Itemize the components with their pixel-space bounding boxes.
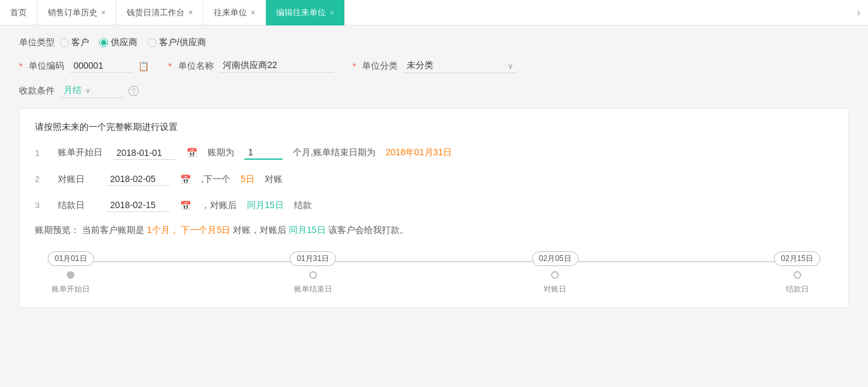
- radio-supplier[interactable]: 供应商: [99, 37, 137, 48]
- tab-sales-history[interactable]: 销售订单历史 ×: [38, 0, 116, 25]
- unit-type-label: 单位类型: [19, 37, 55, 48]
- tl-label-1: 账单结束日: [294, 284, 332, 295]
- tabs-bar: 首页 销售订单历史 × 钱货日清工作台 × 往来单位 × 编辑往来单位 × ›: [0, 0, 868, 25]
- setting-row-2: 2 对账日 📅 ,下一个 5日 对账: [35, 172, 833, 186]
- tl-label-2: 对账日: [543, 284, 566, 295]
- tl-badge-1: 01月31日: [290, 251, 336, 266]
- row1-suffix1: 账期为: [207, 147, 234, 158]
- tab-edit-partner[interactable]: 编辑往来单位 ×: [266, 0, 345, 25]
- payment-terms-row: 收款条件 月结 ∨ ?: [19, 83, 849, 98]
- row-num-1: 1: [35, 148, 48, 158]
- close-edit-partner[interactable]: ×: [330, 8, 334, 17]
- tl-label-3: 结款日: [786, 284, 809, 295]
- timeline-points: 01月01日 账单开始日 01月31日 账单结束日 02月05日 对账日 02月…: [48, 251, 820, 295]
- row3-suffix1: ，对账后: [201, 200, 237, 211]
- tl-badge-0: 01月01日: [48, 251, 94, 266]
- timeline-point-3: 02月15日 结款日: [774, 251, 820, 295]
- radio-inner-supplier: [101, 40, 106, 45]
- setting-row-3: 3 结款日 📅 ，对账后 同月15日 结款: [35, 199, 833, 212]
- unit-category-label: 单位分类: [362, 60, 398, 72]
- radio-circle-customer: [60, 38, 69, 47]
- setting-row-1: 1 账单开始日 📅 账期为 个月,账单结束日期为 2018年01月31日: [35, 146, 833, 160]
- unit-code-input[interactable]: [69, 59, 133, 73]
- tl-label-0: 账单开始日: [52, 284, 90, 295]
- payment-terms-label: 收款条件: [19, 85, 55, 97]
- copy-icon[interactable]: 📋: [138, 61, 149, 71]
- reconcile-date-input[interactable]: [106, 172, 170, 186]
- preview-period: 1个月，: [147, 225, 179, 235]
- unit-name-field: * 单位名称: [168, 59, 333, 73]
- tl-dot-2: [551, 271, 559, 279]
- radio-circle-supplier: [99, 38, 108, 47]
- row3-highlight2: 同月15日: [247, 200, 284, 211]
- row-label-2: 对账日: [58, 174, 96, 185]
- unit-type-radio-group: 客户 供应商 客户/供应商: [60, 37, 206, 48]
- preview-reconcile: 下一个月5日: [181, 225, 230, 235]
- tl-dot-3: [794, 271, 801, 279]
- row1-suffix2: 个月,账单结束日期为: [293, 147, 375, 158]
- row-label-3: 结款日: [58, 200, 96, 211]
- row-num-2: 2: [35, 174, 48, 184]
- preview-text: 账期预览： 当前客户账期是 1个月， 下一个月5日 对账，对账后 同月15日 该…: [35, 225, 833, 236]
- row2-highlight1: 5日: [241, 174, 255, 185]
- unit-category-chevron: ∨: [507, 60, 514, 71]
- preview-part-1: 当前客户账期是: [82, 225, 144, 235]
- row2-suffix2: 对账: [265, 174, 283, 185]
- close-partner-units[interactable]: ×: [251, 8, 255, 17]
- timeline-point-0: 01月01日 账单开始日: [48, 251, 94, 295]
- timeline-point-2: 02月05日 对账日: [532, 251, 578, 295]
- tabs-scroll-arrow[interactable]: ›: [850, 7, 868, 18]
- tl-dot-0: [67, 271, 74, 279]
- unit-name-label: 单位名称: [178, 60, 214, 72]
- row-num-3: 3: [35, 201, 48, 210]
- unit-type-row: 单位类型 客户 供应商 客户/供应商: [19, 37, 849, 48]
- unit-category-select[interactable]: 未分类 ∨: [403, 59, 517, 73]
- tl-badge-3: 02月15日: [774, 251, 820, 266]
- page-content: 单位类型 客户 供应商 客户/供应商: [0, 25, 868, 330]
- unit-type-field: 单位类型 客户 供应商 客户/供应商: [19, 37, 206, 48]
- section-instruction: 请按照未来的一个完整帐期进行设置: [35, 122, 833, 133]
- tab-partner-units[interactable]: 往来单位 ×: [204, 0, 266, 25]
- settings-section: 请按照未来的一个完整帐期进行设置 1 账单开始日 📅 账期为 个月,账单结束日期…: [19, 108, 849, 308]
- payment-date-input[interactable]: [106, 199, 170, 212]
- unit-category-required: *: [353, 61, 356, 71]
- unit-name-input[interactable]: [219, 59, 333, 73]
- unit-code-field: * 单位编码 📋: [19, 59, 149, 73]
- unit-code-label: 单位编码: [29, 60, 64, 72]
- payment-date-calendar-icon[interactable]: 📅: [180, 201, 191, 211]
- close-sales-history[interactable]: ×: [101, 8, 106, 17]
- row2-suffix1: ,下一个: [201, 174, 230, 185]
- unit-code-required: *: [19, 61, 22, 71]
- timeline-point-1: 01月31日 账单结束日: [290, 251, 336, 295]
- payment-terms-chevron: ∨: [85, 87, 90, 95]
- tab-home[interactable]: 首页: [0, 0, 38, 25]
- row-label-1: 账单开始日: [58, 147, 102, 158]
- payment-terms-field: 收款条件 月结 ∨ ?: [19, 83, 139, 98]
- payment-terms-value: 月结: [64, 85, 81, 96]
- period-input[interactable]: [244, 146, 283, 160]
- preview-label: 账期预览：: [35, 225, 80, 235]
- end-date-highlight: 2018年01月31日: [386, 147, 452, 158]
- radio-both[interactable]: 客户/供应商: [148, 37, 206, 48]
- start-date-calendar-icon[interactable]: 📅: [186, 148, 197, 158]
- unit-category-value: 未分类: [407, 60, 505, 71]
- unit-category-field: * 单位分类 未分类 ∨: [353, 59, 517, 73]
- payment-terms-select[interactable]: 月结 ∨: [60, 83, 123, 98]
- tl-dot-1: [309, 271, 317, 279]
- preview-part-3: 对账，对账后: [233, 225, 286, 235]
- close-cash-ledger[interactable]: ×: [188, 8, 193, 17]
- tab-cash-ledger[interactable]: 钱货日清工作台 ×: [116, 0, 204, 25]
- row3-suffix2: 结款: [294, 200, 312, 211]
- unit-name-required: *: [168, 61, 171, 71]
- preview-payment: 同月15日: [289, 225, 326, 235]
- preview-part-4: 该客户会给我打款。: [328, 225, 409, 235]
- start-date-input[interactable]: [113, 146, 176, 160]
- payment-terms-help[interactable]: ?: [129, 86, 139, 96]
- radio-circle-both: [148, 38, 157, 47]
- timeline: 01月01日 账单开始日 01月31日 账单结束日 02月05日 对账日 02月…: [35, 251, 833, 295]
- radio-customer[interactable]: 客户: [60, 37, 89, 48]
- tl-badge-2: 02月05日: [532, 251, 578, 266]
- reconcile-date-calendar-icon[interactable]: 📅: [180, 174, 191, 185]
- unit-info-row: * 单位编码 📋 * 单位名称 * 单位分类 未分类 ∨: [19, 59, 849, 73]
